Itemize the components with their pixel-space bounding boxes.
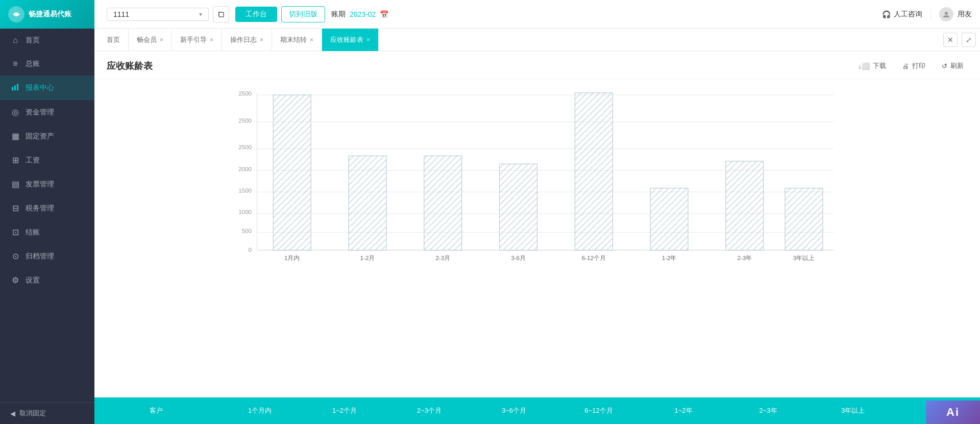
download-icon: ↓⬜ [859, 62, 870, 70]
sidebar-label-checkout: 结账 [26, 228, 40, 237]
refresh-icon: ↺ [942, 62, 947, 70]
company-name: 1111 [113, 10, 195, 18]
col-2-3m: 2~3个月 [387, 406, 472, 415]
consult-button[interactable]: 🎧 人工咨询 [882, 10, 922, 19]
sidebar-label-reports: 报表中心 [26, 83, 54, 92]
ar-aging-chart: 2500 2500 2500 2000 1500 1000 [107, 87, 968, 281]
sidebar-label-invoice: 发票管理 [26, 180, 54, 189]
page-actions: ↓⬜ 下载 🖨 打印 ↺ 刷新 [854, 59, 968, 73]
print-button[interactable]: 🖨 打印 [898, 59, 929, 73]
page-header: 应收账龄表 ↓⬜ 下载 🖨 打印 ↺ 刷新 [94, 51, 980, 79]
svg-text:2500: 2500 [238, 117, 252, 124]
logo-area: 畅捷通易代账 [0, 0, 94, 29]
col-1-2m: 1~2个月 [302, 406, 387, 415]
sidebar-label-tax: 税务管理 [26, 204, 54, 213]
tabs-bar: 首页 畅会员 × 新手引导 × 操作日志 × 期末结转 × 应收账龄表 × [94, 29, 980, 51]
tab-period-end-close[interactable]: × [310, 37, 313, 43]
tab-home[interactable]: 首页 [99, 29, 129, 51]
col-customer: 客户 [94, 406, 217, 415]
switch-version-button[interactable]: 切到旧版 [281, 6, 325, 22]
tab-guide-close[interactable]: × [210, 37, 213, 43]
col-1-2y: 1~2年 [641, 406, 726, 415]
archive-icon: ⊙ [10, 251, 20, 261]
sidebar-item-tax[interactable]: ⊟ 税务管理 [0, 196, 94, 220]
page-title: 应收账龄表 [107, 60, 153, 72]
ledger-icon: ≡ [10, 59, 20, 68]
period-label: 账期 [331, 10, 346, 19]
sidebar-label-assets: 固定资产 [26, 132, 54, 141]
payroll-icon: ⊞ [10, 155, 20, 165]
tab-member[interactable]: 畅会员 × [129, 29, 172, 51]
svg-rect-28 [424, 156, 462, 250]
svg-text:6-12个月: 6-12个月 [582, 254, 606, 261]
sidebar-item-reports[interactable]: 报表中心 [0, 76, 94, 100]
tab-oplog-label: 操作日志 [230, 35, 257, 44]
col-3y-plus: 3年以上 [811, 406, 895, 415]
company-selector[interactable]: 1111 ▾ [107, 8, 209, 21]
sidebar-item-settings[interactable]: ⚙ 设置 [0, 268, 94, 292]
tab-guide-label: 新手引导 [180, 35, 207, 44]
header-divider [930, 9, 931, 19]
sidebar-label-funds: 资金管理 [26, 108, 54, 117]
sidebar-collapse-button[interactable]: ◀ 取消固定 [0, 402, 94, 424]
avatar [939, 7, 953, 21]
collapse-label: 取消固定 [19, 409, 46, 418]
table-header: 客户 1个月内 1~2个月 2~3个月 3~6个月 6~12个月 1~2年 2~… [94, 397, 980, 424]
tab-member-label: 畅会员 [137, 35, 157, 44]
sidebar-item-archive[interactable]: ⊙ 归档管理 [0, 244, 94, 268]
refresh-label: 刷新 [950, 61, 964, 70]
content-area: 首页 畅会员 × 新手引导 × 操作日志 × 期末结转 × 应收账龄表 × [94, 29, 980, 424]
svg-text:1-2年: 1-2年 [662, 254, 677, 261]
tab-period-end-label: 期末结转 [280, 35, 307, 44]
user-area[interactable]: 用友 [939, 7, 972, 21]
tax-icon: ⊟ [10, 203, 20, 213]
tab-member-close[interactable]: × [160, 37, 163, 43]
svg-rect-30 [500, 164, 537, 250]
svg-rect-32 [575, 93, 612, 250]
sidebar-item-home[interactable]: ⌂ 首页 [0, 29, 94, 52]
svg-text:2500: 2500 [238, 144, 252, 150]
svg-text:2-3月: 2-3月 [435, 254, 450, 261]
svg-text:2500: 2500 [238, 90, 252, 97]
sidebar-item-checkout[interactable]: ⊡ 结账 [0, 220, 94, 244]
username-label: 用友 [958, 10, 972, 19]
sidebar-item-invoice[interactable]: ▤ 发票管理 [0, 172, 94, 196]
svg-text:500: 500 [242, 227, 252, 234]
tab-period-end[interactable]: 期末结转 × [272, 29, 322, 51]
sidebar-item-funds[interactable]: ◎ 资金管理 [0, 100, 94, 124]
tab-ar-aging-close[interactable]: × [366, 37, 370, 43]
invoice-icon: ▤ [10, 179, 20, 189]
tabs-actions: ✕ ⤢ [943, 33, 976, 47]
tab-ar-aging[interactable]: 应收账龄表 × [322, 29, 379, 51]
sidebar-label-payroll: 工资 [26, 156, 40, 165]
logo-text: 畅捷通易代账 [29, 10, 71, 19]
svg-point-0 [15, 13, 18, 16]
tab-guide[interactable]: 新手引导 × [172, 29, 222, 51]
refresh-button[interactable]: ↺ 刷新 [938, 59, 968, 73]
svg-rect-34 [650, 188, 688, 250]
maximize-button[interactable]: ⤢ [962, 33, 976, 47]
funds-icon: ◎ [10, 107, 20, 117]
settings-icon: ⚙ [10, 275, 20, 285]
sidebar-label-settings: 设置 [26, 276, 40, 285]
tab-oplog[interactable]: 操作日志 × [222, 29, 272, 51]
close-all-button[interactable]: ✕ [943, 33, 958, 47]
period-value: 2023-02 [350, 10, 376, 18]
workbench-button[interactable]: 工作台 [235, 7, 277, 22]
sidebar-item-payroll[interactable]: ⊞ 工资 [0, 148, 94, 172]
download-label: 下载 [873, 61, 886, 70]
print-label: 打印 [912, 61, 925, 70]
headset-icon: 🎧 [882, 10, 891, 18]
collapse-icon: ◀ [10, 410, 15, 417]
tab-oplog-close[interactable]: × [260, 37, 263, 43]
home-icon: ⌂ [10, 36, 20, 45]
sidebar-item-assets[interactable]: ▦ 固定资产 [0, 124, 94, 148]
ai-badge[interactable]: Ai [926, 401, 980, 424]
copy-button[interactable] [213, 6, 229, 22]
calendar-icon[interactable]: 📅 [380, 10, 388, 18]
sidebar-item-ledger[interactable]: ≡ 总账 [0, 52, 94, 76]
col-3-6m: 3~6个月 [472, 406, 556, 415]
svg-text:3-6月: 3-6月 [511, 254, 526, 261]
download-button[interactable]: ↓⬜ 下载 [854, 59, 891, 73]
tab-home-label: 首页 [107, 35, 120, 44]
